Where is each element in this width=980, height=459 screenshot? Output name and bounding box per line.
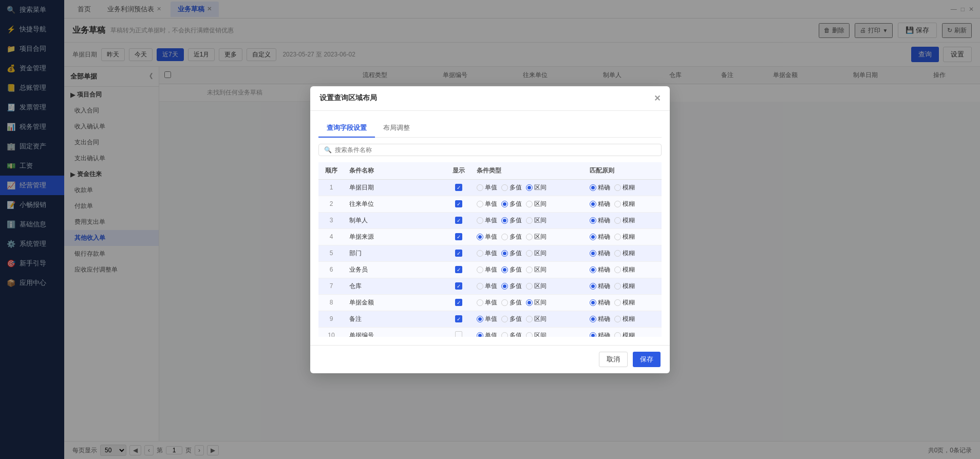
modal-search-bar: 🔍 bbox=[318, 144, 662, 156]
radio-circle bbox=[590, 316, 596, 322]
col-show: 显示 bbox=[446, 162, 472, 180]
row-match-principle[interactable]: 精确模糊 bbox=[585, 179, 662, 196]
row-show-checkbox[interactable]: ✓ bbox=[446, 261, 472, 278]
row-match-principle[interactable]: 精确模糊 bbox=[585, 228, 662, 245]
row-show-checkbox[interactable]: ✓ bbox=[446, 294, 472, 311]
radio-circle bbox=[614, 201, 621, 207]
row-condition-name: 单据来源 bbox=[344, 228, 446, 245]
row-condition-type[interactable]: 单值多值区间 bbox=[472, 278, 585, 294]
radio-circle bbox=[590, 266, 596, 273]
radio-circle bbox=[614, 316, 621, 322]
row-show-checkbox[interactable]: ✓ bbox=[446, 212, 472, 228]
row-match-principle[interactable]: 精确模糊 bbox=[585, 327, 662, 337]
row-order: 2 bbox=[318, 196, 344, 212]
radio-circle bbox=[477, 250, 483, 257]
row-condition-type[interactable]: 单值多值区间 bbox=[472, 179, 585, 196]
radio-circle bbox=[477, 217, 483, 224]
row-condition-type[interactable]: 单值多值区间 bbox=[472, 327, 585, 337]
modal-table-row: 7仓库✓单值多值区间精确模糊 bbox=[318, 278, 662, 294]
row-order: 5 bbox=[318, 245, 344, 261]
row-condition-name: 制单人 bbox=[344, 212, 446, 228]
row-order: 1 bbox=[318, 179, 344, 196]
radio-circle bbox=[477, 201, 483, 207]
radio-circle bbox=[614, 266, 621, 273]
radio-circle bbox=[501, 299, 508, 306]
row-condition-type[interactable]: 单值多值区间 bbox=[472, 311, 585, 327]
radio-circle bbox=[501, 283, 508, 290]
row-condition-type[interactable]: 单值多值区间 bbox=[472, 245, 585, 261]
row-condition-type[interactable]: 单值多值区间 bbox=[472, 261, 585, 278]
radio-circle bbox=[477, 184, 483, 191]
row-show-checkbox[interactable]: ✓ bbox=[446, 179, 472, 196]
modal-tabs: 查询字段设置 布局调整 bbox=[318, 119, 662, 138]
col-order: 顺序 bbox=[318, 162, 344, 180]
modal-search-input[interactable] bbox=[335, 146, 656, 154]
radio-circle bbox=[477, 316, 483, 322]
row-match-principle[interactable]: 精确模糊 bbox=[585, 261, 662, 278]
radio-circle bbox=[477, 234, 483, 240]
row-match-principle[interactable]: 精确模糊 bbox=[585, 294, 662, 311]
row-condition-name: 单据日期 bbox=[344, 179, 446, 196]
radio-circle bbox=[590, 283, 596, 290]
modal-table-row: 8单据金额✓单值多值区间精确模糊 bbox=[318, 294, 662, 311]
modal-cancel-button[interactable]: 取消 bbox=[599, 352, 628, 367]
radio-circle bbox=[590, 250, 596, 257]
radio-circle bbox=[614, 283, 621, 290]
row-order: 8 bbox=[318, 294, 344, 311]
modal-table-row: 9备注✓单值多值区间精确模糊 bbox=[318, 311, 662, 327]
row-match-principle[interactable]: 精确模糊 bbox=[585, 245, 662, 261]
radio-circle bbox=[501, 332, 508, 337]
row-show-checkbox[interactable]: ✓ bbox=[446, 196, 472, 212]
radio-circle bbox=[590, 217, 596, 224]
row-condition-name: 仓库 bbox=[344, 278, 446, 294]
row-condition-name: 往来单位 bbox=[344, 196, 446, 212]
row-order: 7 bbox=[318, 278, 344, 294]
row-condition-name: 备注 bbox=[344, 311, 446, 327]
modal-table-row: 10单据编号单值多值区间精确模糊 bbox=[318, 327, 662, 337]
row-match-principle[interactable]: 精确模糊 bbox=[585, 311, 662, 327]
modal-close-icon[interactable]: ✕ bbox=[654, 93, 661, 103]
row-condition-type[interactable]: 单值多值区间 bbox=[472, 228, 585, 245]
row-show-checkbox[interactable] bbox=[446, 327, 472, 337]
row-order: 10 bbox=[318, 327, 344, 337]
radio-circle bbox=[477, 332, 483, 337]
radio-circle bbox=[526, 316, 533, 322]
row-match-principle[interactable]: 精确模糊 bbox=[585, 196, 662, 212]
modal-overlay[interactable]: 设置查询区域布局 ✕ 查询字段设置 布局调整 🔍 bbox=[0, 0, 980, 459]
modal-tab-layout[interactable]: 布局调整 bbox=[375, 119, 418, 138]
radio-circle bbox=[614, 234, 621, 240]
row-condition-type[interactable]: 单值多值区间 bbox=[472, 212, 585, 228]
row-condition-name: 业务员 bbox=[344, 261, 446, 278]
modal-body: 查询字段设置 布局调整 🔍 顺序 条件名称 显示 bbox=[310, 111, 670, 345]
radio-circle bbox=[526, 332, 533, 337]
radio-circle bbox=[590, 234, 596, 240]
modal-table-container: 顺序 条件名称 显示 条件类型 匹配原则 1单据日期✓单值多值区间精确模糊2往来… bbox=[318, 162, 662, 337]
radio-circle bbox=[526, 217, 533, 224]
radio-circle bbox=[501, 234, 508, 240]
row-show-checkbox[interactable]: ✓ bbox=[446, 311, 472, 327]
radio-circle bbox=[501, 316, 508, 322]
row-show-checkbox[interactable]: ✓ bbox=[446, 228, 472, 245]
radio-circle bbox=[590, 201, 596, 207]
row-order: 4 bbox=[318, 228, 344, 245]
radio-circle bbox=[526, 201, 533, 207]
modal-table-row: 1单据日期✓单值多值区间精确模糊 bbox=[318, 179, 662, 196]
row-match-principle[interactable]: 精确模糊 bbox=[585, 278, 662, 294]
radio-circle bbox=[526, 250, 533, 257]
col-match: 匹配原则 bbox=[585, 162, 662, 180]
radio-circle bbox=[526, 266, 533, 273]
radio-circle bbox=[614, 250, 621, 257]
row-show-checkbox[interactable]: ✓ bbox=[446, 245, 472, 261]
row-match-principle[interactable]: 精确模糊 bbox=[585, 212, 662, 228]
row-condition-type[interactable]: 单值多值区间 bbox=[472, 196, 585, 212]
row-order: 9 bbox=[318, 311, 344, 327]
radio-circle bbox=[477, 266, 483, 273]
radio-circle bbox=[526, 299, 533, 306]
radio-circle bbox=[501, 250, 508, 257]
radio-circle bbox=[526, 234, 533, 240]
modal-tab-fields[interactable]: 查询字段设置 bbox=[318, 119, 375, 138]
row-condition-name: 单据金额 bbox=[344, 294, 446, 311]
row-condition-type[interactable]: 单值多值区间 bbox=[472, 294, 585, 311]
modal-save-button[interactable]: 保存 bbox=[633, 352, 661, 367]
row-show-checkbox[interactable]: ✓ bbox=[446, 278, 472, 294]
